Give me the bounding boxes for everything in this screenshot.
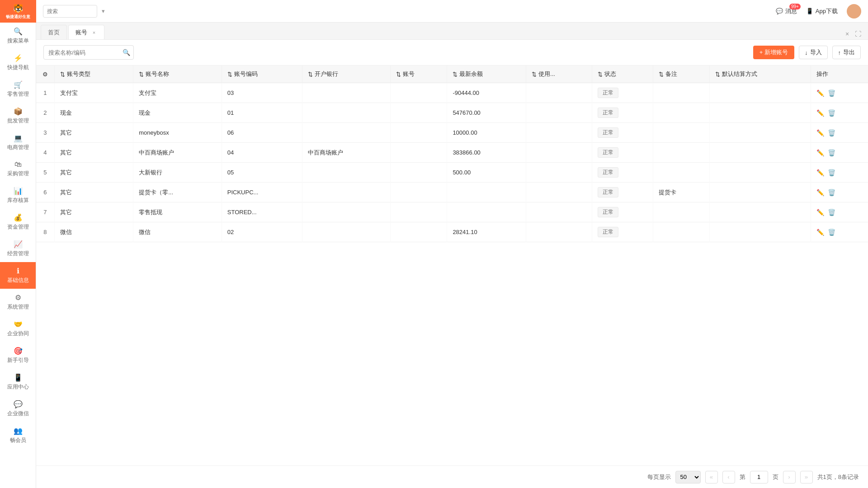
edit-icon[interactable]: ✏️ <box>816 149 824 156</box>
cell-bank: 中百商场账户 <box>302 143 391 163</box>
user-avatar[interactable] <box>847 4 861 19</box>
tab-account-close[interactable]: × <box>91 29 97 36</box>
edit-icon[interactable]: ✏️ <box>816 109 824 117</box>
page-number-input[interactable] <box>750 471 768 483</box>
delete-icon[interactable]: 🗑️ <box>828 189 835 196</box>
cell-name: 微信 <box>133 222 222 242</box>
delete-icon[interactable]: 🗑️ <box>828 209 835 216</box>
prev-page-button[interactable]: ‹ <box>722 471 735 483</box>
status-badge: 正常 <box>598 187 618 197</box>
account-search-input[interactable] <box>43 45 134 60</box>
cell-usage <box>526 163 592 183</box>
tab-close-panel-button[interactable]: × <box>842 28 853 39</box>
status-badge: 正常 <box>598 147 618 158</box>
sidebar-item-quick-nav[interactable]: ⚡ 快捷导航 <box>0 49 36 76</box>
th-type[interactable]: ⇅ 账号类型 <box>54 66 133 83</box>
sidebar-item-finance[interactable]: 💰 资金管理 <box>0 209 36 235</box>
cell-code: 05 <box>222 163 302 183</box>
next-page-button[interactable]: › <box>783 471 796 483</box>
edit-icon[interactable]: ✏️ <box>816 209 824 216</box>
delete-icon[interactable]: 🗑️ <box>828 129 835 136</box>
search-button[interactable]: 🔍 <box>123 49 130 56</box>
app-download-button[interactable]: 📱 App下载 <box>806 7 838 15</box>
cell-balance <box>447 202 526 222</box>
delete-icon[interactable]: 🗑️ <box>828 169 835 176</box>
th-name[interactable]: ⇅ 账号名称 <box>133 66 222 83</box>
import-button[interactable]: ↓ 导入 <box>799 46 828 59</box>
cell-name: 提货卡（零... <box>133 183 222 202</box>
export-button[interactable]: ↑ 导出 <box>832 46 861 59</box>
sidebar-item-ecommerce[interactable]: 💻 电商管理 <box>0 129 36 156</box>
sidebar-item-retail[interactable]: 🛒 零售管理 <box>0 76 36 103</box>
cell-actions: ✏️ 🗑️ <box>811 143 868 163</box>
sidebar-item-wechat[interactable]: 💬 企业微信 <box>0 395 36 422</box>
th-bank[interactable]: ⇅ 开户银行 <box>302 66 391 83</box>
delete-icon[interactable]: 🗑️ <box>828 109 835 117</box>
sidebar-label-guide: 新手引导 <box>7 357 29 364</box>
cell-balance: 28241.10 <box>447 222 526 242</box>
cell-remark <box>653 103 709 123</box>
th-code[interactable]: ⇅ 账号编码 <box>222 66 302 83</box>
sidebar-item-system[interactable]: ⚙ 系统管理 <box>0 289 36 315</box>
cell-status: 正常 <box>592 202 653 222</box>
header-dropdown-icon[interactable]: ▾ <box>102 8 105 14</box>
cell-remark <box>653 222 709 242</box>
cell-code: STORED... <box>222 202 302 222</box>
th-usage[interactable]: ⇅ 使用... <box>526 66 592 83</box>
sidebar-icon-operations: 📈 <box>14 240 23 249</box>
delete-icon[interactable]: 🗑️ <box>828 229 835 236</box>
edit-icon[interactable]: ✏️ <box>816 89 824 97</box>
cell-bank <box>302 83 391 103</box>
messages-button[interactable]: 💬 消息 99+ <box>776 7 797 15</box>
sidebar-item-members[interactable]: 👥 畅会员 <box>0 422 36 449</box>
tab-account[interactable]: 账号 × <box>68 25 104 39</box>
sidebar-icon-ecommerce: 💻 <box>14 134 23 142</box>
sidebar-item-guide[interactable]: 🎯 新手引导 <box>0 342 36 369</box>
cell-remark <box>653 202 709 222</box>
sidebar-icon-wechat: 💬 <box>14 400 23 408</box>
sidebar-item-enterprise[interactable]: 🤝 企业协同 <box>0 315 36 342</box>
sidebar-item-app-center[interactable]: 📱 应用中心 <box>0 369 36 395</box>
cell-balance: 500.00 <box>447 163 526 183</box>
sidebar-item-purchase[interactable]: 🛍 采购管理 <box>0 156 36 182</box>
sidebar-item-inventory[interactable]: 📊 库存核算 <box>0 182 36 209</box>
th-settings[interactable]: ⚙ <box>36 66 54 83</box>
cell-usage <box>526 83 592 103</box>
cell-name: 支付宝 <box>133 83 222 103</box>
add-account-button[interactable]: + 新增账号 <box>753 46 794 59</box>
th-balance[interactable]: ⇅ 最新余额 <box>447 66 526 83</box>
sidebar-item-basic-info[interactable]: ℹ 基础信息 <box>0 262 36 289</box>
first-page-button[interactable]: « <box>705 471 718 483</box>
cell-code: 04 <box>222 143 302 163</box>
top-search-input[interactable] <box>43 5 97 18</box>
last-page-button[interactable]: » <box>800 471 813 483</box>
cell-code: 06 <box>222 123 302 143</box>
app-logo: 🐯 畅捷通好生意 <box>0 0 36 23</box>
delete-icon[interactable]: 🗑️ <box>828 149 835 156</box>
edit-icon[interactable]: ✏️ <box>816 169 824 176</box>
th-settle[interactable]: ⇅ 默认结算方式 <box>710 66 811 83</box>
edit-icon[interactable]: ✏️ <box>816 189 824 196</box>
sidebar-icon-system: ⚙ <box>15 293 21 302</box>
cell-balance: 547670.00 <box>447 103 526 123</box>
page-size-select[interactable]: 50 100 200 <box>675 471 701 483</box>
tab-fullscreen-button[interactable]: ⛶ <box>853 28 863 39</box>
delete-icon[interactable]: 🗑️ <box>828 89 835 97</box>
cell-settle <box>710 83 811 103</box>
th-account[interactable]: ⇅ 账号 <box>391 66 447 83</box>
sidebar-item-search-menu[interactable]: 🔍 搜索菜单 <box>0 23 36 49</box>
cell-type: 其它 <box>54 183 133 202</box>
edit-icon[interactable]: ✏️ <box>816 229 824 236</box>
cell-type: 现金 <box>54 103 133 123</box>
sidebar-label-purchase: 采购管理 <box>7 170 29 178</box>
sidebar-label-search-menu: 搜索菜单 <box>7 37 29 45</box>
sidebar-item-wholesale[interactable]: 📦 批发管理 <box>0 103 36 129</box>
th-remark[interactable]: ⇅ 备注 <box>653 66 709 83</box>
edit-icon[interactable]: ✏️ <box>816 129 824 136</box>
sidebar-item-operations[interactable]: 📈 经营管理 <box>0 235 36 262</box>
tab-home[interactable]: 首页 <box>41 25 67 39</box>
th-status[interactable]: ⇅ 状态 <box>592 66 653 83</box>
table-row: 2 现金 现金 01 547670.00 正常 ✏️ 🗑️ <box>36 103 868 123</box>
cell-type: 其它 <box>54 143 133 163</box>
message-icon: 💬 <box>776 8 783 14</box>
